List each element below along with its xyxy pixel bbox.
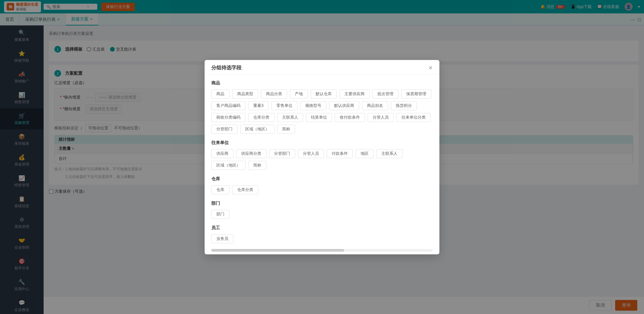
field-main-contact-partner[interactable]: 主联系人 xyxy=(376,149,402,158)
field-supplier[interactable]: 供应商 xyxy=(211,149,233,158)
section-product: 商品 商品 商品类型 商品分类 产地 默认仓库 主要供应商 批次管理 保质期管理… xyxy=(211,80,433,134)
field-product[interactable]: 商品 xyxy=(211,89,229,99)
field-product-alias[interactable]: 商品别名 xyxy=(362,101,388,110)
field-warehouse-cat[interactable]: 仓库分类 xyxy=(232,185,258,194)
field-payment-condition[interactable]: 付款条件 xyxy=(327,149,353,158)
field-managed-person[interactable]: 分管人员 xyxy=(298,149,324,158)
dialog-scrollbar-container xyxy=(205,248,439,254)
field-dept[interactable]: 部门 xyxy=(211,210,229,219)
field-tax-code[interactable]: 税收分类编码 xyxy=(211,113,246,122)
section-dept-fields: 部门 xyxy=(211,210,433,219)
field-default-warehouse[interactable]: 默认仓库 xyxy=(311,89,337,99)
field-partner-category[interactable]: 往来单位分类 xyxy=(396,113,431,122)
dialog-header: 分组待选字段 ✕ xyxy=(205,60,439,75)
field-weight3[interactable]: 重量3 xyxy=(248,101,269,110)
field-product-type[interactable]: 商品类型 xyxy=(232,89,258,99)
dialog-scrollbar-thumb xyxy=(211,249,344,252)
section-partner: 往来单位 供应商 供应商分类 分管部门 分管人员 付款条件 地区 主联系人 区域… xyxy=(211,140,433,170)
field-shelf-life[interactable]: 保质期管理 xyxy=(401,89,431,99)
section-warehouse-title: 仓库 xyxy=(211,176,433,182)
field-batch-mgmt[interactable]: 批次管理 xyxy=(372,89,398,99)
section-staff-title: 员工 xyxy=(211,225,433,231)
field-salesperson[interactable]: 业务员 xyxy=(211,234,233,243)
field-short-name-product[interactable]: 简称 xyxy=(277,125,295,134)
section-product-fields: 商品 商品类型 商品分类 产地 默认仓库 主要供应商 批次管理 保质期管理 客户… xyxy=(211,89,433,134)
field-managed-dept[interactable]: 分管部门 xyxy=(269,149,295,158)
field-area[interactable]: 地区 xyxy=(356,149,374,158)
dialog-title: 分组待选字段 xyxy=(211,65,241,71)
field-short-name-partner[interactable]: 简称 xyxy=(248,161,266,170)
field-region-product[interactable]: 区域（地区） xyxy=(240,125,274,134)
field-supplier-category[interactable]: 供应商分类 xyxy=(236,149,266,158)
field-payment-terms[interactable]: 收付款条件 xyxy=(335,113,365,122)
field-warehouse-category[interactable]: 仓库分类 xyxy=(248,113,274,122)
section-staff: 员工 业务员 xyxy=(211,225,433,243)
section-dept-title: 部门 xyxy=(211,200,433,206)
dialog-scrollbar[interactable] xyxy=(211,249,433,252)
field-manager[interactable]: 分管人员 xyxy=(368,113,394,122)
section-warehouse: 仓库 仓库 仓库分类 xyxy=(211,176,433,194)
field-customer-code[interactable]: 客户商品编码 xyxy=(211,101,246,110)
field-main-contact[interactable]: 主联系人 xyxy=(277,113,303,122)
section-product-title: 商品 xyxy=(211,80,433,86)
dialog-box: 分组待选字段 ✕ 商品 商品 商品类型 商品分类 产地 默认仓库 主要供应商 批… xyxy=(205,60,439,254)
field-dept-managed[interactable]: 分管部门 xyxy=(211,125,237,134)
dialog-close-btn[interactable]: ✕ xyxy=(428,65,433,71)
field-retail-unit[interactable]: 零售单位 xyxy=(271,101,298,110)
field-region-partner[interactable]: 区域（地区） xyxy=(211,161,246,170)
section-dept: 部门 部门 xyxy=(211,200,433,219)
field-product-category[interactable]: 商品分类 xyxy=(261,89,287,99)
field-main-supplier[interactable]: 主要供应商 xyxy=(339,89,370,99)
section-warehouse-fields: 仓库 仓库分类 xyxy=(211,185,433,194)
field-spec-model[interactable]: 规格型号 xyxy=(300,101,326,110)
section-partner-fields: 供应商 供应商分类 分管部门 分管人员 付款条件 地区 主联系人 区域（地区） … xyxy=(211,149,433,170)
field-pick-points[interactable]: 拣货积分 xyxy=(391,101,417,110)
field-default-supplier[interactable]: 默认供应商 xyxy=(329,101,359,110)
section-partner-title: 往来单位 xyxy=(211,140,433,146)
field-origin[interactable]: 产地 xyxy=(290,89,308,99)
field-warehouse[interactable]: 仓库 xyxy=(211,185,229,194)
section-staff-fields: 业务员 xyxy=(211,234,433,243)
field-settlement-unit[interactable]: 结算单位 xyxy=(306,113,332,122)
dialog-body[interactable]: 商品 商品 商品类型 商品分类 产地 默认仓库 主要供应商 批次管理 保质期管理… xyxy=(205,75,439,248)
dialog-overlay: 分组待选字段 ✕ 商品 商品 商品类型 商品分类 产地 默认仓库 主要供应商 批… xyxy=(0,0,644,314)
